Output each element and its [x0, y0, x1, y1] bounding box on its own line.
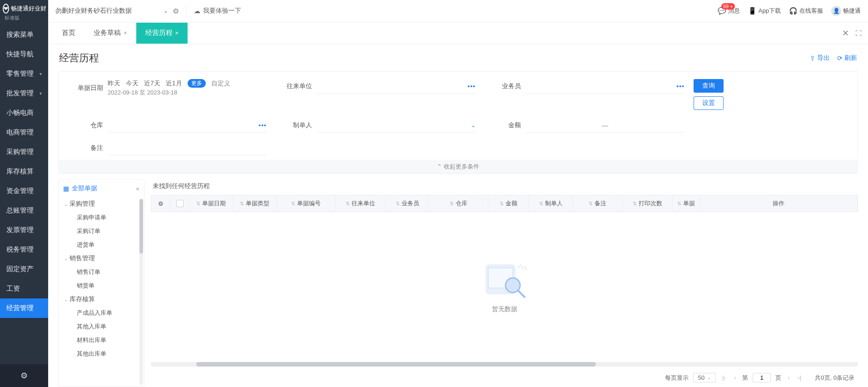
user-menu[interactable]: 👤 畅捷通	[831, 6, 861, 16]
context-switcher[interactable]: 勿删好业财务砂石行业数据 ⌄ ⚙	[55, 7, 179, 15]
refresh-button[interactable]: ⟳ 刷新	[837, 54, 857, 62]
tree-leaf-0-2[interactable]: 进货单	[60, 238, 142, 252]
sidebar-settings[interactable]: ⚙	[0, 364, 48, 387]
horizontal-scrollbar[interactable]	[151, 362, 858, 367]
filter-salesman: 业务员 •••	[485, 79, 684, 94]
tree-group-1[interactable]: ⌄销售管理	[60, 252, 142, 265]
select-all-checkbox[interactable]	[170, 195, 189, 212]
column-header-2[interactable]: ⇅单据编号	[277, 195, 336, 212]
sort-icon: ⇅	[539, 201, 543, 207]
context-gear-icon[interactable]: ⚙	[173, 7, 179, 15]
sidebar-item-3[interactable]: 批发管理▾	[0, 84, 48, 103]
column-settings-button[interactable]: ⚙	[151, 195, 170, 212]
close-icon[interactable]: ×	[175, 30, 179, 36]
column-header-1[interactable]: ⇅单据类型	[233, 195, 277, 212]
fullscreen-icon[interactable]: ⛶	[855, 30, 862, 37]
date-tag-today[interactable]: 今天	[126, 79, 139, 88]
column-header-10[interactable]: ⇅单据	[673, 195, 700, 212]
filter-salesman-input[interactable]: •••	[526, 79, 684, 94]
sidebar-item-label: 采购管理	[6, 148, 34, 156]
tree-group-0[interactable]: ⌄采购管理	[60, 197, 142, 211]
sidebar-item-13[interactable]: 工资	[0, 279, 48, 298]
tab-0[interactable]: 首页	[53, 23, 84, 44]
column-header-5[interactable]: ⇅仓库	[429, 195, 488, 212]
export-button[interactable]: ⇪ 导出	[810, 54, 830, 62]
avatar-icon: 👤	[831, 6, 841, 16]
filter-settings-button[interactable]: 设置	[694, 96, 724, 110]
date-tag-1month[interactable]: 近1月	[166, 79, 182, 88]
sidebar-item-12[interactable]: 固定资产	[0, 259, 48, 279]
filter-warehouse: 仓库 •••	[67, 118, 267, 133]
filter-creator-label: 制单人	[276, 121, 317, 129]
sidebar-item-5[interactable]: 电商管理	[0, 123, 48, 142]
messages-button[interactable]: 💬 消息 99 +	[718, 7, 740, 15]
next-page-button[interactable]: ›	[786, 374, 791, 381]
first-page-button[interactable]: |‹	[720, 374, 728, 381]
page-input[interactable]	[753, 373, 771, 382]
sidebar-item-label: 固定资产	[6, 265, 34, 273]
sidebar-item-6[interactable]: 采购管理	[0, 142, 48, 162]
sidebar-item-0[interactable]: 搜索菜单	[0, 25, 48, 45]
column-label: 单据日期	[202, 199, 226, 208]
sort-icon: ⇅	[196, 201, 200, 207]
sidebar-item-2[interactable]: 零售管理▾	[0, 64, 48, 84]
date-more-button[interactable]: 更多	[188, 79, 206, 88]
date-tag-7days[interactable]: 近7天	[144, 79, 160, 88]
filter-creator: 制单人 ⌄	[276, 118, 476, 133]
query-button[interactable]: 查询	[694, 79, 724, 93]
sidebar-item-label: 工资	[6, 284, 20, 293]
column-header-3[interactable]: ⇅往来单位	[336, 195, 386, 212]
filter-remark-input[interactable]	[108, 141, 267, 155]
sidebar-item-7[interactable]: 库存核算	[0, 162, 48, 181]
filter-creator-select[interactable]: ⌄	[317, 118, 476, 133]
close-tabs-icon[interactable]: ✕	[842, 28, 849, 38]
sidebar-item-label: 资金管理	[6, 187, 34, 195]
collapse-filters-button[interactable]: ⌃ 收起更多条件	[59, 160, 858, 174]
column-header-7[interactable]: ⇅制单人	[529, 195, 573, 212]
collapse-left-icon[interactable]: «	[136, 185, 139, 192]
per-page-select[interactable]: 50 ⌄	[693, 373, 716, 382]
sidebar-item-1[interactable]: 快捷导航	[0, 45, 48, 64]
column-header-9[interactable]: ⇅打印次数	[623, 195, 673, 212]
tab-label: 经营历程	[145, 29, 173, 37]
column-header-0[interactable]: ⇅单据日期	[189, 195, 233, 212]
tab-2[interactable]: 经营历程×	[136, 23, 188, 44]
messages-badge: 99 +	[721, 3, 735, 10]
close-icon[interactable]: ×	[124, 30, 127, 36]
sidebar-item-10[interactable]: 发票管理	[0, 220, 48, 240]
scrollbar-thumb[interactable]	[139, 199, 143, 253]
tree-leaf-0-0[interactable]: 采购申请单	[60, 211, 142, 224]
app-download-button[interactable]: 📱 App下载	[748, 7, 781, 15]
date-tag-yesterday[interactable]: 昨天	[108, 79, 120, 88]
tree-leaf-0-1[interactable]: 采购订单	[60, 224, 142, 238]
sidebar-item-14[interactable]: 经营管理	[0, 298, 48, 318]
try-link[interactable]: ☁ 我要体验一下	[194, 7, 241, 15]
sidebar-item-4[interactable]: 小畅电商	[0, 103, 48, 123]
tab-1[interactable]: 业务草稿×	[84, 23, 136, 44]
customer-service-button[interactable]: 🎧 在线客服	[789, 7, 823, 15]
tree-leaf-1-1[interactable]: 销货单	[60, 279, 142, 293]
column-header-8[interactable]: ⇅备注	[573, 195, 623, 212]
sidebar-item-9[interactable]: 总账管理	[0, 201, 48, 220]
tree-group-2[interactable]: ⌄库存核算	[60, 293, 142, 306]
tree-leaf-2-3[interactable]: 其他出库单	[60, 347, 142, 361]
sidebar-item-11[interactable]: 税务管理	[0, 240, 48, 259]
scrollbar-thumb[interactable]	[196, 362, 596, 367]
sidebar-item-8[interactable]: 资金管理	[0, 181, 48, 201]
filter-warehouse-input[interactable]: •••	[108, 118, 267, 133]
column-label: 金额	[506, 199, 517, 208]
column-header-4[interactable]: ⇅业务员	[386, 195, 429, 212]
column-header-6[interactable]: ⇅金额	[488, 195, 529, 212]
doc-tree-title[interactable]: 全部单据	[72, 184, 97, 193]
prev-page-button[interactable]: ‹	[732, 374, 738, 381]
filter-amount-range[interactable]: —	[526, 118, 684, 133]
tree-leaf-2-2[interactable]: 材料出库单	[60, 333, 142, 347]
last-page-button[interactable]: ›|	[796, 374, 804, 381]
tree-leaf-2-0[interactable]: 产成品入库单	[60, 306, 142, 320]
tree-leaf-2-1[interactable]: 其他入库单	[60, 320, 142, 333]
filter-partner-input[interactable]: •••	[317, 79, 476, 94]
sort-icon: ⇅	[346, 201, 350, 207]
context-text: 勿删好业财务砂石行业数据	[55, 7, 132, 15]
date-custom-button[interactable]: 自定义	[211, 79, 230, 88]
tree-leaf-1-0[interactable]: 销售订单	[60, 265, 142, 279]
